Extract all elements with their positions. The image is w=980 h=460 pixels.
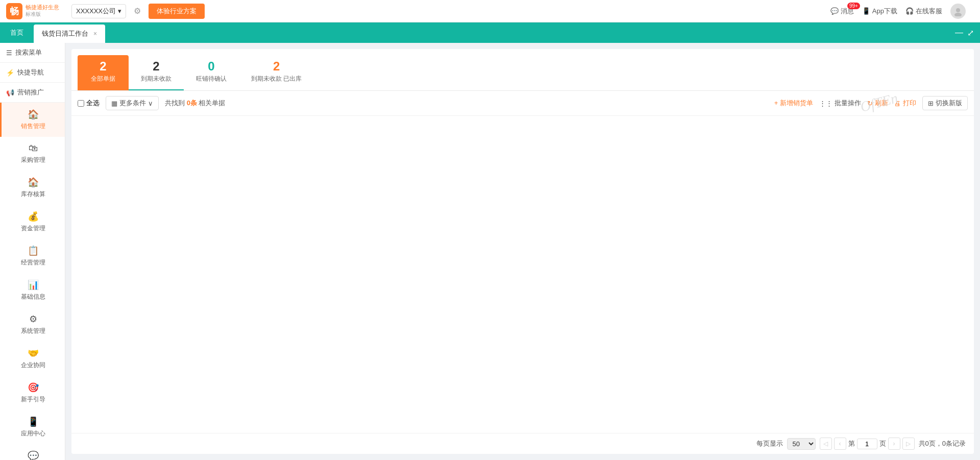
sidebar: ☰ 搜索菜单 ⚡ 快捷导航 📢 营销推广 🏠 销售管理 🛍 采购管理 🏠 库存核… [0,43,65,460]
tab-qianhuodiqing[interactable]: 钱货日清工作台 × [34,25,105,43]
nav-icon: ⚡ [6,69,14,77]
page-navigation: ◁ ‹ 第 页 › ▷ [820,438,915,450]
logo-sub: 标准版 [26,11,59,18]
select-all-input[interactable] [78,100,84,107]
refresh-label: 刷新 [875,99,888,108]
appcenter-icon: 📱 [28,416,39,427]
switch-label: 切换新版 [936,99,962,108]
phone-icon: 📱 [862,7,870,15]
total-records-text: 共0页，0条记录 [919,439,966,448]
notification-badge: 99+ [847,3,860,9]
switch-icon: ⊞ [928,100,934,107]
stat-all-label: 全部单据 [91,75,115,83]
filter-button[interactable]: ▦ 更多条件 ∨ [106,96,159,110]
app-download-button[interactable]: 📱 App下载 [862,7,897,16]
sidebar-item-label: 经营管理 [21,258,45,267]
sidebar-nav[interactable]: ⚡ 快捷导航 [0,63,65,83]
next-page-button[interactable]: › [888,438,900,450]
stat-tab-all[interactable]: 2 全部单据 [78,55,129,90]
add-sales-order-button[interactable]: + 新增销货单 [774,99,813,108]
wechat-icon: 💬 [28,450,39,460]
sidebar-item-purchase[interactable]: 🛍 采购管理 [0,137,65,171]
logo-area: 畅 畅捷通好生意 标准版 [6,3,67,19]
select-all-checkbox[interactable]: 全选 [78,99,100,108]
found-text: 共找到 0条 相关单据 [165,99,225,108]
enterprise-icon: 🤝 [28,348,39,359]
refresh-button[interactable]: ↻ 刷新 [867,99,888,108]
sidebar-item-label: 采购管理 [21,156,45,164]
tab-label: 钱货日清工作台 [42,25,88,43]
sidebar-search[interactable]: ☰ 搜索菜单 [0,43,65,63]
sidebar-item-appcenter[interactable]: 📱 应用中心 [0,410,65,444]
notification-button[interactable]: 💬 消息 99+ [830,7,854,16]
logo-text: 畅捷通好生意 [26,4,59,11]
sidebar-item-label: 新手引导 [21,395,45,404]
sidebar-item-system[interactable]: ⚙ 系统管理 [0,307,65,342]
stat-overdue-out-num: 2 [273,59,280,74]
sidebar-item-finance[interactable]: 💰 资金管理 [0,205,65,239]
stat-pending-label: 旺铺待确认 [196,75,227,83]
print-button[interactable]: 🖨 打印 [894,99,916,108]
settings-button[interactable]: ⚙ [130,4,144,18]
toolbar-right: + 新增销货单 ⋮⋮ 批量操作 ↻ 刷新 🖨 打印 ⊞ [774,96,968,110]
batch-operation-button[interactable]: ⋮⋮ 批量操作 [819,99,861,108]
batch-icon: ⋮⋮ [819,100,832,107]
per-page-select[interactable]: 50 100 200 [787,438,816,450]
system-icon: ⚙ [29,313,37,325]
main-inner: 2 全部单据 2 到期未收款 0 旺铺待确认 2 到期未收款 已出库 [71,49,974,454]
stat-overdue-label: 到期未收款 [141,75,172,83]
expand-icon[interactable]: ⤢ [967,28,974,38]
page-number-input[interactable] [857,439,877,449]
online-service-label: 在线客服 [916,7,942,16]
last-page-button[interactable]: ▷ [902,438,915,450]
guide-icon: 🎯 [28,382,39,393]
sidebar-item-wechat[interactable]: 💬 企业微信 [0,444,65,460]
svg-point-0 [956,8,960,12]
sidebar-item-label: 库存核算 [21,190,45,199]
company-select[interactable]: XXXXXX公司 ▾ [71,4,126,18]
sidebar-promo[interactable]: 📢 营销推广 [0,83,65,103]
per-page-label: 每页显示 [756,439,783,448]
nav-label: 快捷导航 [17,68,44,77]
sidebar-item-label: 系统管理 [21,327,45,335]
refresh-icon: ↻ [867,100,873,107]
purchase-icon: 🛍 [29,143,38,154]
tab-close-icon[interactable]: × [93,25,97,43]
pagination: 每页显示 50 100 200 ◁ ‹ 第 页 › ▷ 共0页，0条记录 [71,433,974,454]
stat-tab-overdue-out[interactable]: 2 到期未收款 已出库 [239,55,314,90]
sales-icon: 🏠 [28,109,39,120]
stat-pending-num: 0 [208,59,214,74]
avatar[interactable] [950,4,966,19]
app-download-label: App下载 [872,7,897,16]
sidebar-item-operation[interactable]: 📋 经营管理 [0,239,65,273]
empty-content-area [71,116,974,433]
prev-page-button[interactable]: ‹ [834,438,846,450]
finance-icon: 💰 [28,211,39,222]
switch-version-button[interactable]: ⊞ 切换新版 [922,96,968,110]
search-label: 搜索菜单 [15,48,42,57]
chevron-down-icon: ▾ [118,7,121,15]
trial-button[interactable]: 体验行业方案 [149,4,205,19]
stat-overdue-num: 2 [153,59,159,74]
sidebar-item-label: 企业协同 [21,361,45,370]
stat-tab-overdue[interactable]: 2 到期未收款 [129,55,184,90]
sidebar-item-label: 应用中心 [21,429,45,438]
sidebar-item-basic[interactable]: 📊 基础信息 [0,273,65,307]
headset-icon: 🎧 [905,7,914,15]
promo-label: 营销推广 [17,88,44,97]
sidebar-item-sales[interactable]: 🏠 销售管理 [0,103,65,137]
online-service-button[interactable]: 🎧 在线客服 [905,7,942,16]
minimize-icon[interactable]: — [955,28,963,37]
page-label: 第 [848,439,855,448]
found-count: 0条 [187,99,197,107]
tab-home[interactable]: 首页 [0,22,34,43]
print-label: 打印 [903,99,916,108]
first-page-button[interactable]: ◁ [820,438,832,450]
sidebar-item-enterprise[interactable]: 🤝 企业协同 [0,342,65,376]
svg-point-1 [954,13,962,16]
topbar-left: 畅 畅捷通好生意 标准版 XXXXXX公司 ▾ ⚙ 体验行业方案 [6,3,205,19]
sidebar-item-guide[interactable]: 🎯 新手引导 [0,376,65,410]
stat-tab-pending[interactable]: 0 旺铺待确认 [184,55,239,90]
sidebar-item-inventory[interactable]: 🏠 库存核算 [0,171,65,205]
search-icon: ☰ [6,49,12,57]
